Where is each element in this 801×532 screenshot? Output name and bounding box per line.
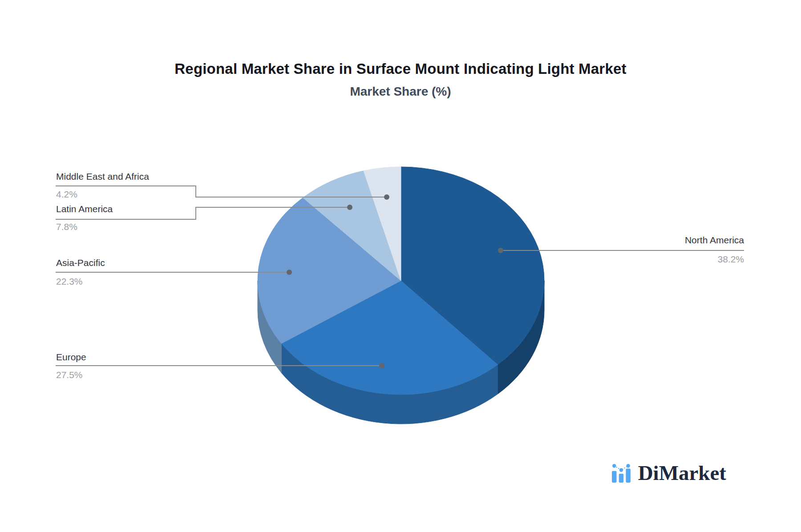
slice-label-asia-pacific: Asia-Pacific (56, 257, 105, 269)
slice-value-north-america: 38.2% (717, 254, 744, 265)
slice-value-europe: 27.5% (56, 369, 83, 381)
slice-label-north-america: North America (685, 234, 744, 246)
slice-value-asia-pacific: 22.3% (56, 276, 83, 287)
slice-label-latin-america: Latin America (56, 203, 113, 215)
slice-value-latin-america: 7.8% (56, 221, 77, 233)
bar-line-chart-icon (611, 463, 632, 484)
slice-value-middle-east-and-africa: 4.2% (56, 189, 77, 200)
pie-chart (0, 0, 801, 532)
pie-chart-figure: Regional Market Share in Surface Mount I… (0, 0, 801, 532)
slice-label-europe: Europe (56, 351, 86, 363)
slice-label-middle-east-and-africa: Middle East and Africa (56, 171, 149, 182)
brand-logo-text: DiMarket (638, 463, 726, 484)
brand-logo: DiMarket (611, 463, 726, 484)
